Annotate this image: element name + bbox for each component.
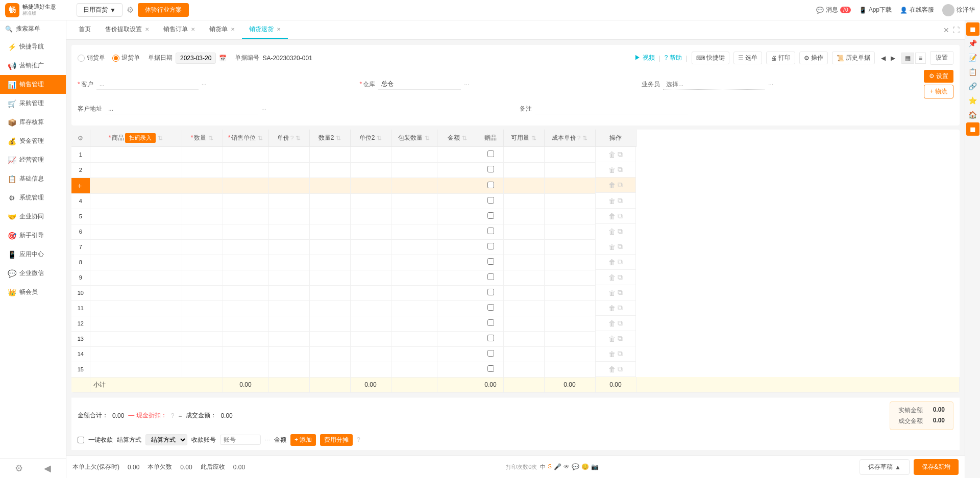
tab-sales-return[interactable]: 销货退货 ✕ (242, 21, 288, 39)
empty-cell[interactable] (391, 162, 437, 178)
empty-cell[interactable] (223, 346, 268, 362)
sidebar-item-finance[interactable]: 💰 资金管理 (0, 132, 66, 150)
grid-view-icon[interactable]: ▦ (901, 53, 914, 64)
empty-cell[interactable] (223, 224, 268, 239)
empty-cell[interactable] (182, 239, 223, 255)
product-input[interactable] (93, 182, 179, 189)
product-sort-icon[interactable]: ⇅ (158, 135, 163, 142)
empty-cell[interactable] (350, 178, 391, 193)
sidebar-item-system[interactable]: ⚙ 系统管理 (0, 188, 66, 207)
account-input[interactable] (220, 435, 261, 445)
empty-cell[interactable] (223, 239, 268, 255)
empty-cell[interactable] (182, 162, 223, 178)
gift-cell[interactable] (478, 162, 503, 178)
next-arrow-icon[interactable]: ▶ (889, 54, 897, 63)
empty-cell[interactable] (350, 270, 391, 285)
message-button[interactable]: 💬 消息 70 (816, 6, 851, 14)
list-view-icon[interactable]: ≡ (915, 53, 926, 64)
empty-cell[interactable] (268, 239, 309, 255)
logistics-button[interactable]: + 物流 (924, 85, 953, 98)
empty-cell[interactable] (437, 147, 478, 163)
right-icon-6[interactable]: ⭐ (966, 94, 979, 107)
empty-cell[interactable] (350, 285, 391, 300)
empty-cell[interactable] (437, 331, 478, 346)
empty-cell[interactable] (182, 316, 223, 331)
product-cell[interactable] (90, 331, 182, 346)
empty-cell[interactable] (437, 224, 478, 239)
gift-cell[interactable] (478, 346, 503, 362)
empty-cell[interactable] (182, 331, 223, 346)
product-cell[interactable] (90, 255, 182, 270)
empty-cell[interactable] (268, 255, 309, 270)
delete-row-icon[interactable]: 🗑 (608, 319, 616, 328)
empty-cell[interactable] (391, 331, 437, 346)
sidebar-item-wechat[interactable]: 💬 企业微信 (0, 264, 66, 283)
help-button[interactable]: ? 帮助 (665, 54, 682, 62)
empty-cell[interactable] (437, 162, 478, 178)
tab-sales-order[interactable]: 销售订单 ✕ (156, 21, 202, 39)
empty-cell[interactable] (437, 239, 478, 255)
shortcut-button[interactable]: ⌨ 快捷键 (692, 52, 729, 64)
gift-cell[interactable] (478, 316, 503, 331)
empty-cell[interactable] (309, 209, 350, 224)
empty-cell[interactable] (182, 178, 223, 193)
empty-cell[interactable] (223, 316, 268, 331)
delete-row-icon[interactable]: 🗑 (608, 197, 616, 205)
tab-close-icon[interactable]: ✕ (191, 27, 195, 32)
right-icon-5[interactable]: 🔗 (966, 80, 979, 93)
account-more-icon[interactable]: ··· (265, 436, 270, 443)
empty-cell[interactable] (309, 270, 350, 285)
warehouse-input[interactable] (378, 79, 461, 90)
empty-cell[interactable] (437, 362, 478, 377)
add-row-button[interactable]: + (75, 181, 85, 191)
gift-checkbox[interactable] (487, 150, 494, 157)
available-sort-icon[interactable]: ⇅ (531, 135, 536, 142)
right-icon-4[interactable]: 📋 (966, 65, 979, 79)
print-button[interactable]: 🖨 打印 (766, 52, 795, 64)
gift-cell[interactable] (478, 224, 503, 239)
empty-cell[interactable] (391, 270, 437, 285)
tab-close-icon[interactable]: ✕ (145, 27, 149, 32)
sidebar-settings-icon[interactable]: ⚙ (15, 463, 23, 474)
empty-cell[interactable] (350, 300, 391, 316)
empty-cell[interactable] (350, 316, 391, 331)
cost-help-icon[interactable]: ? (577, 135, 581, 142)
gift-checkbox[interactable] (487, 289, 494, 295)
video-button[interactable]: ▶ 视频 (634, 54, 654, 62)
empty-cell[interactable] (182, 362, 223, 377)
settings-button[interactable]: 设置 (930, 51, 953, 65)
empty-cell[interactable] (223, 331, 268, 346)
gift-cell[interactable] (478, 147, 503, 163)
app-download-button[interactable]: 📱 App下载 (859, 6, 892, 14)
empty-cell[interactable] (268, 270, 309, 285)
empty-cell[interactable] (182, 255, 223, 270)
scan-button[interactable]: 扫码录入 (125, 133, 156, 143)
empty-cell[interactable] (437, 316, 478, 331)
empty-cell[interactable] (309, 316, 350, 331)
radio-return[interactable]: 退货单 (112, 54, 140, 62)
copy-row-icon[interactable]: ⧉ (618, 212, 623, 220)
empty-cell[interactable] (309, 331, 350, 346)
qty2-sort-icon[interactable]: ⇅ (336, 135, 341, 142)
empty-cell[interactable] (350, 193, 391, 209)
copy-row-icon[interactable]: ⧉ (618, 334, 623, 343)
copy-row-icon[interactable]: ⧉ (618, 181, 623, 189)
product-cell[interactable] (90, 178, 182, 193)
warehouse-more-icon[interactable]: ··· (464, 81, 469, 88)
sidebar-item-basic-info[interactable]: 📋 基础信息 (0, 169, 66, 188)
empty-cell[interactable] (350, 147, 391, 163)
gift-cell[interactable] (478, 178, 503, 193)
one-click-pay-checkbox[interactable] (78, 437, 84, 443)
empty-cell[interactable] (437, 285, 478, 300)
empty-cell[interactable] (268, 162, 309, 178)
empty-cell[interactable] (268, 224, 309, 239)
sidebar-item-quick-nav[interactable]: ⚡ 快捷导航 (0, 37, 66, 56)
gift-checkbox[interactable] (487, 258, 494, 265)
empty-cell[interactable] (309, 362, 350, 377)
select-button[interactable]: ☰ 选单 (733, 52, 762, 64)
empty-cell[interactable] (391, 224, 437, 239)
product-cell[interactable] (90, 239, 182, 255)
gift-cell[interactable] (478, 362, 503, 377)
empty-cell[interactable] (309, 147, 350, 163)
empty-cell[interactable] (437, 255, 478, 270)
